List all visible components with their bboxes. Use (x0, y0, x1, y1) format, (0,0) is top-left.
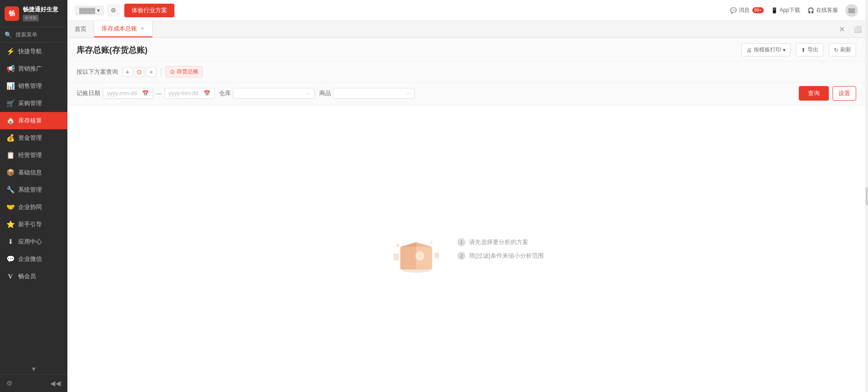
sidebar-item-basic[interactable]: 📦 基础信息 (0, 164, 67, 181)
empty-illustration: ★ ★ (389, 222, 444, 276)
sidebar-item-system[interactable]: 🔧 系统管理 (0, 181, 67, 199)
tab-panel-close-button[interactable]: ✕ (833, 25, 850, 34)
empty-tip-2: 2 用[过滤]条件来缩小分析范围 (457, 252, 543, 260)
scheme-tag[interactable]: ⊙ 存货总账 (166, 66, 203, 77)
sidebar-item-appcenter[interactable]: ⬇ 应用中心 (0, 233, 67, 250)
footer-settings-button[interactable]: ⚙ (6, 379, 12, 387)
collapse-icon: « (150, 69, 153, 75)
quicknav-icon: ⚡ (6, 47, 15, 56)
sidebar-item-system-label: 系统管理 (18, 186, 42, 194)
industry-solution-button[interactable]: 体验行业方案 (124, 4, 174, 17)
goods-field: 商品 ··· (319, 88, 415, 99)
query-actions: 查询 设置 (799, 86, 856, 101)
enterprise-icon: 🤝 (6, 203, 15, 211)
user-name: ▓▓▓▓ (79, 7, 95, 14)
tip-1-text: 请先选择要分析的方案 (469, 238, 528, 246)
sidebar-item-finance-label: 资金管理 (18, 134, 42, 142)
tab-home-label: 首页 (75, 25, 87, 33)
add-scheme-button[interactable]: + (123, 67, 133, 77)
export-icon: ⬆ (801, 47, 806, 53)
settings-config-button[interactable]: 设置 (832, 86, 856, 101)
sidebar-search[interactable]: 🔍 搜索菜单 (0, 27, 67, 43)
sidebar-item-wechat[interactable]: 💬 企业微信 (0, 250, 67, 268)
date-end-input[interactable]: yyyy-mm-dd 📅 (164, 88, 214, 99)
tab-home[interactable]: 首页 (67, 21, 94, 37)
date-start-input[interactable]: yyyy-mm-dd 📅 (103, 88, 153, 99)
filter-scheme-buttons: + ⊙ « (123, 67, 156, 77)
refresh-button[interactable]: ↻ 刷新 (829, 43, 856, 56)
svg-point-5 (403, 268, 430, 273)
sidebar-item-enterprise-label: 企业协同 (18, 203, 42, 211)
purchase-icon: 🛒 (6, 99, 15, 107)
topbar-user[interactable]: ▓▓▓▓ ▾ (75, 5, 104, 15)
print-button[interactable]: 🖨 按模板打印 ▾ (741, 43, 791, 56)
warehouse-field: 仓库 ··· (219, 88, 315, 99)
warehouse-select[interactable]: ··· (233, 88, 315, 99)
svg-text:★: ★ (430, 240, 433, 244)
sidebar-nav: ⚡ 快捷导航 📢 营销推广 📊 销售管理 🛒 采购管理 🏠 库存核算 💰 资金管… (0, 43, 67, 364)
headset-icon: 🎧 (807, 7, 814, 14)
export-button[interactable]: ⬆ 导出 (796, 43, 823, 56)
app-download-label: App下载 (780, 6, 800, 14)
sidebar-footer: ⚙ ◀◀ (0, 374, 67, 392)
app-download-button[interactable]: 📱 App下载 (771, 6, 800, 14)
filter-row2: 记账日期 yyyy-mm-dd 📅 — yyyy-mm-dd 📅 仓库 ··· (67, 82, 865, 106)
search-icon: 🔍 (5, 31, 12, 38)
empty-tip-1: 1 请先选择要分析的方案 (457, 238, 543, 246)
sidebar-item-quicknav[interactable]: ⚡ 快捷导航 (0, 43, 67, 60)
management-icon: 📋 (6, 151, 15, 159)
date-end-placeholder: yyyy-mm-dd (168, 90, 198, 97)
calendar-start-icon: 📅 (142, 90, 149, 97)
manage-icon: ⊙ (137, 68, 142, 76)
sidebar-item-sales[interactable]: 📊 销售管理 (0, 77, 67, 95)
marketing-icon: 📢 (6, 65, 15, 73)
query-button[interactable]: 查询 (799, 86, 829, 101)
goods-dots: ··· (406, 90, 411, 97)
goods-select[interactable]: ··· (333, 88, 415, 99)
tab-inventory-ledger[interactable]: 库存成本总账 × (94, 21, 153, 37)
export-label: 导出 (807, 46, 818, 54)
manage-scheme-button[interactable]: ⊙ (134, 67, 144, 77)
user-avatar[interactable]: ▓▓ (845, 4, 858, 17)
right-panel-handle[interactable] (866, 187, 868, 205)
online-service-button[interactable]: 🎧 在线客服 (807, 6, 838, 14)
phone-icon: 📱 (771, 7, 778, 14)
sidebar-item-enterprise[interactable]: 🤝 企业协同 (0, 199, 67, 216)
sidebar-item-marketing-label: 营销推广 (18, 65, 42, 73)
tab-expand-button[interactable]: ⬜ (850, 25, 865, 33)
sidebar-item-member-label: 畅会员 (18, 272, 36, 280)
sidebar-item-marketing[interactable]: 📢 营销推广 (0, 60, 67, 77)
filter-area: 按以下方案查询 + ⊙ « ⊙ 存货总账 (67, 61, 865, 82)
tab-close-button[interactable]: × (140, 25, 145, 32)
panel-close-icon: ✕ (839, 25, 845, 34)
search-menu-label: 搜索菜单 (15, 31, 37, 39)
basic-icon: 📦 (6, 168, 15, 177)
sidebar-item-purchase[interactable]: 🛒 采购管理 (0, 95, 67, 112)
empty-tips: 1 请先选择要分析的方案 2 用[过滤]条件来缩小分析范围 (457, 238, 543, 260)
sidebar-item-member[interactable]: V 畅会员 (0, 268, 67, 285)
sidebar-item-finance[interactable]: 💰 资金管理 (0, 129, 67, 147)
sidebar-scroll-down[interactable]: ▼ (0, 364, 67, 374)
tip-2-text: 用[过滤]条件来缩小分析范围 (469, 252, 543, 260)
member-icon: V (6, 273, 15, 280)
brand-name: 畅捷通好生意 (23, 5, 58, 14)
sidebar-item-inventory[interactable]: 🏠 库存核算 (0, 112, 67, 129)
sidebar-item-management[interactable]: 📋 经营管理 (0, 147, 67, 164)
guide-icon: ⭐ (6, 220, 15, 229)
message-label: 消息 (739, 6, 750, 14)
collapse-button[interactable]: « (146, 67, 156, 77)
sidebar-item-guide[interactable]: ⭐ 新手引导 (0, 216, 67, 233)
message-badge: 99+ (752, 7, 764, 13)
message-button[interactable]: 💬 消息 99+ (730, 6, 764, 14)
inventory-icon: 🏠 (6, 117, 15, 125)
appcenter-icon: ⬇ (6, 238, 15, 246)
topbar-settings-button[interactable]: ⚙ (107, 4, 120, 17)
tip-2-number: 2 (457, 252, 465, 260)
print-icon: 🖨 (746, 47, 752, 53)
sidebar-item-inventory-label: 库存核算 (18, 117, 42, 125)
sidebar: 畅 畅捷通好生意 标准版 🔍 搜索菜单 ⚡ 快捷导航 📢 营销推广 📊 销售管理… (0, 0, 67, 392)
online-service-label: 在线客服 (816, 6, 838, 14)
sidebar-item-purchase-label: 采购管理 (18, 99, 42, 107)
message-icon: 💬 (730, 7, 737, 14)
footer-audio-button[interactable]: ◀◀ (50, 379, 61, 387)
